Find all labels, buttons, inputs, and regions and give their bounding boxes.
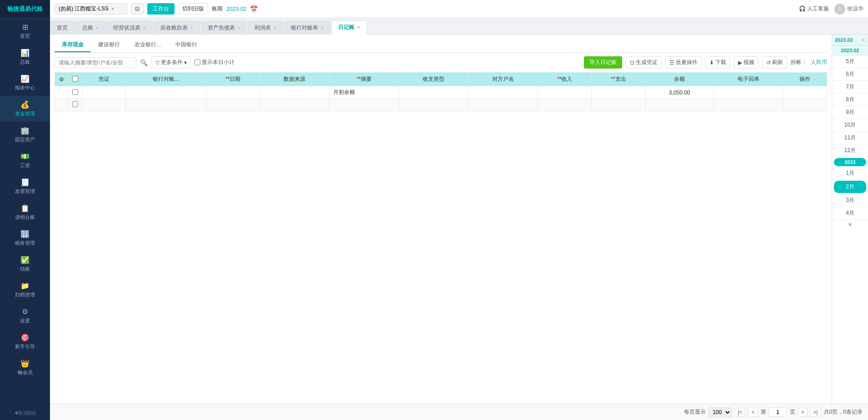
row1-expense [592, 86, 645, 99]
sidebar-item-reports[interactable]: 📈 报表中心 [0, 70, 50, 96]
sidebar-item-close[interactable]: ✅ 结账 [0, 251, 50, 277]
import-button[interactable]: 导入日记账 [584, 56, 622, 69]
batch-ops-button[interactable]: ☰ 批量操作 [665, 56, 702, 69]
period-value[interactable]: 2023-02 [226, 6, 246, 12]
bank-tab-construction[interactable]: 建设银行 [91, 38, 127, 52]
month-9[interactable]: 9月 [832, 106, 868, 119]
search-icon[interactable]: 🔍 [140, 59, 148, 66]
row1-date [206, 86, 259, 99]
per-page-select[interactable]: 100 50 200 [708, 407, 732, 417]
filter-button[interactable]: ▽ 更多条件 ▾ [151, 56, 191, 69]
daily-subtotal-checkbox[interactable] [195, 59, 200, 65]
bank-tab-cash[interactable]: 库存现金 [55, 38, 91, 52]
first-page-button[interactable]: |< [734, 408, 745, 417]
sidebar-item-label: 归档管理 [15, 292, 35, 298]
sidebar-item-label: 首页 [20, 33, 30, 40]
company-selector[interactable]: (勿易) 江西糯宝-LSS ▼ [55, 3, 127, 15]
tab-balance[interactable]: 资产负债表 × [201, 21, 247, 35]
bank-tab-agriculture[interactable]: 农业银行... [127, 38, 168, 52]
close-panel-button[interactable]: × [862, 36, 865, 44]
month-5[interactable]: 5月 [832, 55, 868, 68]
sidebar-item-label: 资金管理 [15, 110, 35, 117]
prev-page-button[interactable]: < [748, 408, 758, 417]
tab-home[interactable]: 首页 [50, 21, 75, 35]
nav-down-arrow[interactable]: ▼ [832, 220, 868, 230]
row1-operation [783, 86, 827, 99]
row1-checkbox[interactable] [69, 86, 82, 99]
sidebar-item-settings[interactable]: ⚙ 设置 [0, 303, 50, 329]
month-6[interactable]: 6月 [832, 68, 868, 81]
tax-icon: 🔢 [20, 230, 30, 238]
guide-icon: 🎯 [20, 333, 30, 342]
last-page-button[interactable]: >| [810, 408, 821, 417]
tab-ledger[interactable]: 总账 × [75, 21, 105, 35]
month-2-selected[interactable]: 2月 [834, 181, 866, 193]
sidebar-item-assets[interactable]: 🏢 固定资产 [0, 122, 50, 148]
tab-receivables[interactable]: 应收账款表 × [154, 21, 200, 35]
company-name: (勿易) 江西糯宝-LSS [59, 5, 109, 13]
tab-profit[interactable]: 利润表 × [248, 21, 283, 35]
sidebar-item-tax[interactable]: 🔢 税务管理 [0, 225, 50, 251]
page-number-input[interactable] [769, 407, 787, 417]
close-tab-ledger[interactable]: × [96, 25, 99, 30]
workbench-button[interactable]: 工作台 [147, 3, 175, 15]
month-1[interactable]: 1月 [832, 167, 868, 180]
sidebar-item-archive[interactable]: 📁 归档管理 [0, 277, 50, 303]
search-input[interactable] [55, 57, 136, 68]
unpin-button[interactable]: ◀取消固定 [0, 406, 50, 420]
sidebar-item-invoice[interactable]: 🧾 发票管理 [0, 173, 50, 199]
sidebar: 畅捷通易代账 ⊞ 首页 📊 总账 📈 报表中心 💰 资金管理 🏢 固定资产 💵 … [0, 0, 50, 420]
row2-checkbox[interactable] [69, 99, 82, 111]
switch-version-button[interactable]: 切到旧版 [178, 3, 208, 15]
headset-icon: 🎧 [799, 5, 806, 12]
sidebar-item-guide[interactable]: 🎯 新手引导 [0, 329, 50, 355]
sales-icon: 📋 [20, 204, 30, 212]
month-8[interactable]: 8月 [832, 94, 868, 106]
topbar-right: 🎧 人工客服 人 徐温华 [799, 4, 863, 15]
row2-settings [55, 99, 69, 111]
col-checkbox [69, 73, 82, 86]
year-badge[interactable]: 2023 [834, 158, 866, 166]
month-11[interactable]: 11月 [832, 132, 868, 144]
sidebar-item-salary[interactable]: 💵 工资 [0, 148, 50, 173]
sidebar-item-member[interactable]: 👑 畅会员 [0, 355, 50, 380]
sidebar-item-sales[interactable]: 📋 进销台账 [0, 199, 50, 225]
next-page-button[interactable]: > [798, 408, 808, 417]
close-tab-ops[interactable]: × [143, 25, 146, 30]
download-button[interactable]: ⬇ 下载 [705, 56, 730, 69]
month-4[interactable]: 4月 [832, 207, 868, 220]
select-all-checkbox[interactable] [72, 76, 78, 82]
service-button[interactable]: 🎧 人工客服 [799, 5, 829, 13]
close-tab-recv[interactable]: × [190, 25, 193, 30]
archive-icon: 📁 [20, 282, 30, 290]
invoice-icon: 🧾 [20, 178, 30, 187]
month-12[interactable]: 12月 [832, 144, 868, 157]
filter-icon: ▽ [155, 59, 160, 66]
close-tab-bank[interactable]: × [321, 25, 324, 30]
tab-bank[interactable]: 银行对账单 × [284, 21, 330, 35]
sidebar-item-ledger[interactable]: 📊 总账 [0, 44, 50, 70]
user-menu[interactable]: 人 徐温华 [834, 4, 863, 15]
tab-journal[interactable]: 日记账 × [331, 20, 367, 35]
month-3[interactable]: 3月 [832, 194, 868, 207]
row1-settings [55, 86, 69, 99]
calendar-icon[interactable]: 📅 [250, 5, 258, 13]
tab-operations[interactable]: 经营状况表 × [106, 21, 153, 35]
month-7[interactable]: 7月 [832, 81, 868, 94]
row1-balance: 3,050.00 [645, 86, 713, 99]
col-counterpart: 对方户名 [468, 73, 538, 86]
close-tab-bal[interactable]: × [238, 25, 240, 30]
close-tab-profit[interactable]: × [274, 25, 276, 30]
video-button[interactable]: ▶ 视频 [734, 56, 758, 69]
col-settings[interactable]: ⚙ [55, 73, 69, 86]
sidebar-item-fund[interactable]: 💰 资金管理 [0, 96, 50, 122]
daily-subtotal-checkbox-label[interactable]: 显示本日小计 [195, 59, 234, 66]
refresh-button[interactable]: ↺ 刷新 [762, 56, 787, 69]
sidebar-item-home[interactable]: ⊞ 首页 [0, 18, 50, 44]
currency-link[interactable]: 人民币 [811, 59, 827, 66]
month-10[interactable]: 10月 [832, 119, 868, 132]
close-tab-journal[interactable]: × [357, 25, 360, 30]
generate-voucher-button[interactable]: ⊡ 生成凭证 [626, 56, 662, 69]
bank-tab-china[interactable]: 中国银行 [168, 38, 205, 52]
copy-button[interactable]: ⧉ [131, 3, 144, 15]
